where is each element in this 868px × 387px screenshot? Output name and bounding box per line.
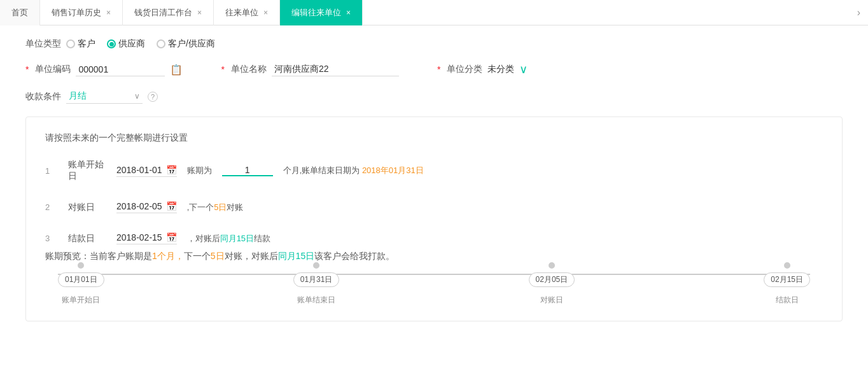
timeline-nodes: 01月01日 账单开始日 01月31日 账单结束日 02月05日 对账日 02月…	[58, 262, 810, 306]
radio-group-unit-type: 客户 供应商 客户/供应商	[66, 38, 215, 50]
date-value-1: 2018-01-01	[116, 165, 162, 175]
preview-end: 该客户会给我打款。	[314, 251, 395, 261]
tab-partner-label: 往来单位	[225, 7, 258, 18]
tab-sales-history-label: 销售订单历史	[52, 7, 101, 18]
date-cal-icon-2[interactable]: 📅	[166, 201, 177, 211]
preview-section: 账期预览：当前客户账期是1个月，下一个5日对账，对账后同月15日该客户会给我打款…	[45, 251, 823, 262]
payment-value: 月结	[69, 90, 132, 102]
timeline-label-3: 结款日	[776, 295, 799, 306]
settings-card: 请按照未来的一个完整帐期进行设置 1 账单开始日 2018-01-01 📅 账期…	[25, 116, 843, 321]
timeline-badge-2: 02月05日	[529, 272, 575, 287]
setting-row-1: 1 账单开始日 2018-01-01 📅 账期为 个月,账单结束日期为 2018…	[45, 159, 823, 182]
radio-supplier[interactable]: 供应商	[107, 38, 145, 50]
period-unit: 个月,账单结束日期为 2018年01月31日	[283, 165, 424, 176]
timeline-dot-3	[784, 262, 790, 269]
row-desc-3-highlight: 同月15日	[220, 234, 254, 243]
unit-class-arrow-icon: ∨	[519, 62, 528, 76]
tab-edit-partner[interactable]: 编辑往来单位 ×	[280, 0, 363, 25]
unit-class-star: *	[437, 64, 440, 74]
radio-both-label: 客户/供应商	[168, 38, 215, 50]
timeline-dot-1	[313, 262, 319, 269]
payment-row: 收款条件 月结 ∨ ?	[25, 89, 843, 104]
payment-field: 收款条件 月结 ∨ ?	[25, 89, 158, 104]
tab-partner[interactable]: 往来单位 ×	[214, 0, 280, 25]
timeline-node-2: 02月05日 对账日	[529, 262, 575, 306]
date-value-3: 2018-02-15	[116, 232, 162, 243]
radio-customer-label: 客户	[78, 38, 95, 50]
date-value-2: 2018-02-05	[116, 201, 162, 211]
setting-row-3: 3 结款日 2018-02-15 📅 ，对账后同月15日结款	[45, 232, 823, 244]
row-num-1: 1	[45, 166, 58, 176]
preview-mid: 下一个	[184, 251, 211, 261]
tab-sales-history[interactable]: 销售订单历史 ×	[40, 0, 123, 25]
unit-code-calendar-icon[interactable]: 📋	[170, 64, 183, 76]
unit-type-label: 单位类型	[25, 38, 61, 50]
preview-prefix: 账期预览：当前客户账期是	[45, 251, 152, 261]
radio-customer-circle	[66, 39, 75, 48]
unit-class-field: * 单位分类 未分类 ∨	[437, 62, 528, 76]
timeline-wrapper: 01月01日 账单开始日 01月31日 账单结束日 02月05日 对账日 02月…	[45, 262, 823, 306]
payment-label: 收款条件	[25, 91, 61, 102]
unit-code-star: *	[25, 64, 29, 74]
row-desc-3: ，对账后同月15日结款	[187, 233, 270, 244]
radio-both[interactable]: 客户/供应商	[157, 38, 215, 50]
period-input[interactable]	[222, 165, 273, 176]
tabs-bar: 首页 销售订单历史 × 钱货日清工作台 × 往来单位 × 编辑往来单位 × ›	[0, 0, 868, 25]
unit-name-input[interactable]	[272, 63, 399, 76]
row-num-2: 2	[45, 202, 58, 212]
content-area: 单位类型 客户 供应商 客户/供应商 * 单位编码	[0, 25, 868, 387]
payment-dropdown-arrow-icon: ∨	[134, 92, 140, 101]
radio-both-circle	[157, 39, 165, 48]
row-desc-3-suffix: 结款	[254, 234, 270, 243]
tab-home[interactable]: 首页	[0, 0, 40, 25]
timeline-node-0: 01月01日 账单开始日	[58, 262, 104, 306]
radio-supplier-label: 供应商	[118, 38, 145, 50]
preview-after: 对账，对账后	[225, 251, 278, 261]
tab-cash-work[interactable]: 钱货日清工作台 ×	[123, 0, 214, 25]
setting-row-2: 2 对账日 2018-02-05 📅 ,下一个5日对账	[45, 201, 823, 213]
period-end-date: 2018年01月31日	[362, 165, 424, 175]
unit-type-row: 单位类型 客户 供应商 客户/供应商	[25, 38, 843, 50]
timeline-badge-0: 01月01日	[58, 272, 104, 287]
unit-class-dropdown[interactable]: 未分类 ∨	[487, 62, 528, 76]
timeline-dot-0	[78, 262, 84, 269]
tab-partner-close[interactable]: ×	[263, 8, 268, 17]
unit-code-label: 单位编码	[35, 64, 71, 75]
tab-home-label: 首页	[11, 7, 28, 18]
timeline-dot-2	[549, 262, 555, 269]
payment-dropdown[interactable]: 月结 ∨	[66, 89, 143, 104]
row-desc-2-highlight: 5日	[214, 202, 227, 212]
unit-class-value: 未分类	[487, 64, 514, 75]
date-field-1: 2018-01-01 📅	[116, 165, 177, 177]
date-field-2: 2018-02-05 📅	[116, 201, 177, 213]
tab-cash-work-label: 钱货日清工作台	[134, 7, 192, 18]
row-desc-2-suffix: 对账	[227, 202, 243, 212]
tab-sales-history-close[interactable]: ×	[106, 8, 111, 17]
preview-day: 5日	[211, 251, 225, 261]
row-num-3: 3	[45, 234, 58, 243]
unit-name-star: *	[221, 64, 224, 74]
timeline-node-1: 01月31日 账单结束日	[293, 262, 340, 306]
row-desc-2: ,下一个5日对账	[187, 202, 244, 213]
timeline-node-3: 02月15日 结款日	[764, 262, 810, 306]
preview-pay: 同月15日	[278, 251, 315, 261]
unit-code-input[interactable]	[76, 63, 165, 76]
row-desc-2-prefix: ,下一个	[187, 202, 214, 212]
tabs-arrow[interactable]: ›	[850, 7, 868, 18]
timeline-label-2: 对账日	[540, 295, 563, 306]
row-desc-3-prefix: ，对账后	[187, 234, 220, 243]
preview-period: 1个月，	[152, 251, 184, 261]
date-cal-icon-1[interactable]: 📅	[166, 165, 177, 175]
tab-edit-partner-close[interactable]: ×	[346, 8, 351, 17]
period-label: 账期为	[187, 165, 212, 176]
timeline-badge-1: 01月31日	[293, 272, 340, 287]
timeline-label-1: 账单结束日	[297, 295, 335, 306]
date-cal-icon-3[interactable]: 📅	[166, 232, 177, 243]
tab-cash-work-close[interactable]: ×	[197, 8, 202, 17]
tab-edit-partner-label: 编辑往来单位	[291, 7, 341, 18]
payment-help-icon[interactable]: ?	[148, 92, 158, 102]
radio-customer[interactable]: 客户	[66, 38, 95, 50]
unit-code-field: * 单位编码 📋	[25, 63, 183, 76]
timeline-label-0: 账单开始日	[62, 295, 100, 306]
timeline-badge-3: 02月15日	[764, 272, 810, 287]
